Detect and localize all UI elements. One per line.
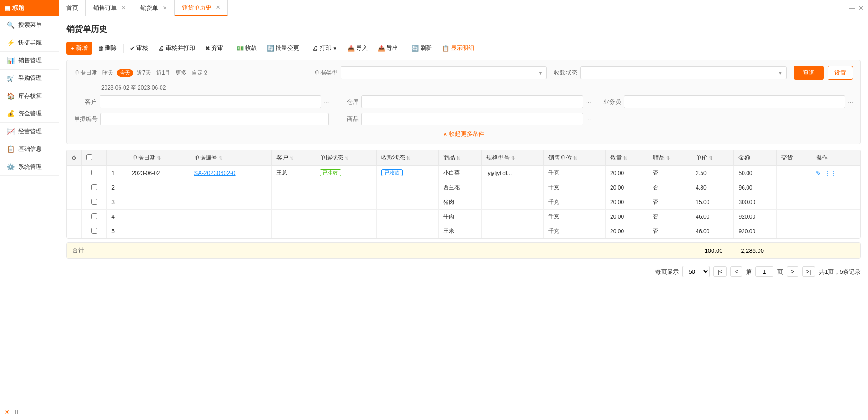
sidebar-item-label: 库存核算 [18, 92, 42, 100]
cell-spec [482, 195, 543, 210]
cell-action [811, 195, 860, 210]
date-option-1month[interactable]: 近1月 [155, 69, 172, 77]
date-filter-label: 单据日期 [74, 69, 98, 77]
more-icon[interactable]: ⋮⋮ [824, 170, 837, 177]
row-checkbox[interactable] [91, 184, 97, 190]
customer-ellipsis[interactable]: ··· [324, 99, 329, 105]
date-option-custom[interactable]: 自定义 [190, 69, 210, 77]
refresh-icon: 🔄 [411, 45, 419, 52]
next-page-button[interactable]: > [787, 266, 798, 277]
sidebar-item-quick-nav[interactable]: ⚡ 快捷导航 [0, 34, 59, 52]
sidebar-item-system[interactable]: ⚙️ 系统管理 [0, 158, 59, 176]
salesman-filter-input[interactable] [624, 95, 845, 108]
sidebar-bottom-icon2[interactable]: ⏸ [14, 409, 20, 415]
add-button[interactable]: + 新增 [66, 42, 92, 55]
sidebar-bottom-icon1[interactable]: ☀ [5, 409, 10, 415]
filter-item-type: 单据类型 ▼ [314, 66, 547, 79]
table-row: 5玉米千克20.00否46.00920.00 [67, 224, 860, 239]
col-pay-status[interactable]: 收款状态 ⇅ [376, 150, 438, 166]
page-input[interactable] [755, 266, 773, 277]
col-spec[interactable]: 规格型号 ⇅ [482, 150, 543, 166]
cell-checkbox [82, 210, 107, 224]
col-gift-label: 赠品 [653, 154, 665, 162]
cell-settings [67, 210, 82, 224]
tab-home[interactable]: 首页 [59, 0, 86, 16]
tab-sales-goods-close[interactable]: ✕ [163, 5, 167, 11]
collapse-button[interactable]: ∧ 收起更多条件 [74, 130, 853, 138]
edit-icon[interactable]: ✎ [816, 170, 821, 177]
date-option-more[interactable]: 更多 [174, 69, 188, 77]
sidebar-item-basic-info[interactable]: 📋 基础信息 [0, 140, 59, 158]
show-detail-button[interactable]: 📋 显示明细 [437, 42, 479, 55]
abandon-button[interactable]: ✖ 弃审 [201, 42, 228, 55]
refresh-button[interactable]: 🔄 刷新 [407, 42, 437, 55]
import-button[interactable]: 📥 导入 [343, 42, 372, 55]
row-checkbox[interactable] [91, 228, 97, 234]
cell-spec [482, 224, 543, 239]
sidebar-item-purchase-mgmt[interactable]: 🛒 采购管理 [0, 70, 59, 87]
query-button[interactable]: 查询 [794, 66, 824, 80]
prev-page-button[interactable]: < [730, 266, 742, 277]
goods-ellipsis[interactable]: ··· [586, 116, 591, 123]
sidebar-item-search-menu[interactable]: 🔍 搜索菜单 [0, 16, 59, 34]
col-doc-no[interactable]: 单据编号 ⇅ [189, 150, 272, 166]
first-page-button[interactable]: |< [713, 266, 727, 277]
tab-sales-order[interactable]: 销售订单 ✕ [86, 0, 133, 16]
window-close-icon[interactable]: ✕ [858, 5, 863, 11]
row-checkbox[interactable] [91, 170, 97, 175]
col-customer[interactable]: 客户 ⇅ [272, 150, 315, 166]
col-date[interactable]: 单据日期 ⇅ [127, 150, 189, 166]
sidebar-item-operations[interactable]: 📈 经营管理 [0, 123, 59, 140]
date-option-yesterday[interactable]: 昨天 [100, 69, 115, 77]
col-price[interactable]: 单价 ⇅ [691, 150, 734, 166]
row-checkbox[interactable] [91, 213, 97, 219]
export-button[interactable]: 📤 导出 [373, 42, 403, 55]
delete-button[interactable]: 🗑 删除 [93, 42, 121, 55]
page-size-select[interactable]: 50 100 200 [682, 266, 710, 277]
col-amount: 金额 [734, 150, 777, 166]
type-filter-label: 单据类型 [314, 69, 338, 77]
review-print-button[interactable]: 🖨 审核并打印 [154, 42, 200, 55]
setting-button[interactable]: 设置 [828, 66, 853, 80]
doc-no-link[interactable]: SA-20230602-0 [194, 170, 235, 176]
cell-customer: 王总 [272, 166, 315, 180]
tab-sales-history-close[interactable]: ✕ [216, 5, 220, 10]
cell-pay-status [376, 210, 438, 224]
review-button[interactable]: ✔ 审核 [125, 42, 153, 55]
batch-change-button[interactable]: 🔄 批量变更 [262, 42, 304, 55]
pay-status-filter-select[interactable]: ▼ [580, 66, 787, 79]
doc-no-filter-input[interactable] [100, 113, 329, 125]
cell-qty: 20.00 [606, 166, 648, 180]
tab-sales-order-close[interactable]: ✕ [121, 5, 125, 11]
warehouse-filter-input[interactable] [361, 95, 583, 108]
col-gift[interactable]: 赠品 ⇅ [648, 150, 691, 166]
col-doc-status[interactable]: 单据状态 ⇅ [315, 150, 376, 166]
warehouse-ellipsis[interactable]: ··· [586, 99, 591, 105]
goods-filter-input[interactable] [361, 113, 583, 125]
operations-icon: 📈 [7, 128, 15, 135]
last-page-button[interactable]: >| [802, 266, 815, 277]
salesman-ellipsis[interactable]: ··· [848, 99, 853, 105]
select-all-checkbox[interactable] [86, 154, 92, 160]
tab-sales-history[interactable]: 销货单历史 ✕ [175, 0, 228, 16]
sidebar-item-finance[interactable]: 💰 资金管理 [0, 105, 59, 123]
col-unit-label: 销售单位 [548, 154, 572, 162]
customer-filter-input[interactable] [100, 95, 321, 108]
table-settings-icon[interactable]: ⚙ [71, 155, 77, 161]
cell-price: 15.00 [691, 195, 734, 210]
sidebar-item-inventory[interactable]: 🏠 库存核算 [0, 87, 59, 105]
date-option-today[interactable]: 今天 [117, 69, 133, 77]
col-unit[interactable]: 销售单位 ⇅ [543, 150, 605, 166]
window-minimize-icon[interactable]: — [849, 5, 855, 11]
sidebar-item-label: 资金管理 [18, 110, 42, 118]
col-qty[interactable]: 数量 ⇅ [606, 150, 648, 166]
sidebar-item-sales-mgmt[interactable]: 📊 销售管理 [0, 52, 59, 70]
print-button[interactable]: 🖨 打印 ▼ [308, 42, 342, 55]
date-option-7days[interactable]: 近7天 [135, 69, 153, 77]
type-filter-select[interactable]: ▼ [341, 66, 547, 79]
tab-bar: 首页 销售订单 ✕ 销货单 ✕ 销货单历史 ✕ — ✕ [59, 0, 868, 16]
row-checkbox[interactable] [91, 199, 97, 205]
col-goods[interactable]: 商品 ⇅ [439, 150, 482, 166]
receive-button[interactable]: 💵 收款 [232, 42, 261, 55]
tab-sales-goods[interactable]: 销货单 ✕ [133, 0, 175, 16]
